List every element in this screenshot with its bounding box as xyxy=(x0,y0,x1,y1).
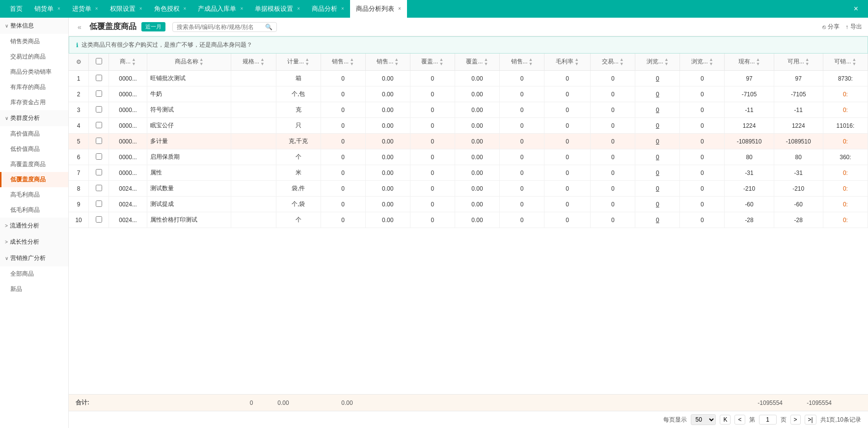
nav-item-商品分析[interactable]: 商品分析× xyxy=(306,0,350,18)
per-page-select[interactable]: 102050100 xyxy=(691,414,716,425)
sidebar-section-流通性分析[interactable]: >流通性分析 xyxy=(0,218,68,234)
nav-close-icon[interactable]: × xyxy=(184,0,187,18)
cell-checkbox[interactable] xyxy=(89,102,109,118)
search-input[interactable] xyxy=(177,24,265,30)
nav-close-icon[interactable]: × xyxy=(95,0,98,18)
cell-checkbox[interactable] xyxy=(89,197,109,212)
col-header-checkbox[interactable] xyxy=(89,54,109,71)
cell-browse1_link[interactable]: 0 xyxy=(635,118,680,134)
browse-link[interactable]: 0 xyxy=(656,154,659,161)
nav-close-icon[interactable]: × xyxy=(341,0,344,18)
row-checkbox[interactable] xyxy=(96,138,102,144)
cell-browse1_link[interactable]: 0 xyxy=(635,197,680,212)
nav-item-角色授权[interactable]: 角色授权× xyxy=(148,0,192,18)
row-checkbox[interactable] xyxy=(96,122,102,128)
nav-item-产成品入库单[interactable]: 产成品入库单× xyxy=(192,0,249,18)
browse-link[interactable]: 0 xyxy=(656,185,659,192)
nav-close-icon[interactable]: × xyxy=(398,0,401,18)
nav-close-icon[interactable]: × xyxy=(57,0,60,18)
chevron-icon: ∨ xyxy=(5,256,8,261)
row-checkbox[interactable] xyxy=(96,153,102,160)
cell-saleable: 11016: xyxy=(823,118,868,134)
period-tag[interactable]: 近一月 xyxy=(141,22,165,31)
nav-item-进货单[interactable]: 进货单× xyxy=(66,0,104,18)
select-all-checkbox[interactable] xyxy=(96,58,102,64)
cell-checkbox[interactable] xyxy=(89,71,109,86)
browse-link[interactable]: 0 xyxy=(656,217,659,224)
search-icon[interactable]: 🔍 xyxy=(265,24,272,30)
sidebar-section-类群度分析[interactable]: ∨类群度分析 xyxy=(0,110,68,126)
sidebar-item-商品分类动销率[interactable]: 商品分类动销率 xyxy=(0,64,68,80)
cell-browse1_link[interactable]: 0 xyxy=(635,102,680,118)
export-button[interactable]: ↑ 导出 xyxy=(845,23,862,31)
row-checkbox[interactable] xyxy=(96,185,102,191)
cell-checkbox[interactable] xyxy=(89,149,109,165)
row-checkbox[interactable] xyxy=(96,106,102,113)
sidebar-section-整体信息[interactable]: ∨整体信息 xyxy=(0,18,68,34)
col-header-settings[interactable]: ⚙ xyxy=(69,54,89,71)
browse-link[interactable]: 0 xyxy=(656,91,659,98)
nav-item-商品分析列表[interactable]: 商品分析列表× xyxy=(350,0,407,18)
sidebar-item-高毛利商品[interactable]: 高毛利商品 xyxy=(0,187,68,202)
cell-browse1_link[interactable]: 0 xyxy=(635,134,680,149)
cell-browse1_link[interactable]: 0 xyxy=(635,86,680,102)
nav-close-icon[interactable]: × xyxy=(240,0,243,18)
cell-sales_amount: 0.00 xyxy=(365,212,410,228)
sidebar-item-高覆盖度商品[interactable]: 高覆盖度商品 xyxy=(0,157,68,172)
cell-checkbox[interactable] xyxy=(89,86,109,102)
cell-browse1_link[interactable]: 0 xyxy=(635,165,680,181)
cell-checkbox[interactable] xyxy=(89,181,109,197)
sidebar-item-全部商品[interactable]: 全部商品 xyxy=(0,266,68,282)
cell-browse1_link[interactable]: 0 xyxy=(635,71,680,86)
sidebar-section-成长性分析[interactable]: >成长性分析 xyxy=(0,234,68,250)
share-button[interactable]: ⎋ 分享 xyxy=(822,23,840,31)
row-checkbox[interactable] xyxy=(96,169,102,175)
cell-browse1_link[interactable]: 0 xyxy=(635,149,680,165)
nav-item-销货单[interactable]: 销货单× xyxy=(28,0,66,18)
nav-close-icon[interactable]: × xyxy=(139,0,142,18)
nav-close-icon[interactable]: × xyxy=(297,0,300,18)
prev-page-button[interactable]: < xyxy=(734,415,745,425)
browse-link[interactable]: 0 xyxy=(656,170,659,176)
last-page-button[interactable]: >| xyxy=(805,415,816,425)
first-page-button[interactable]: K xyxy=(720,415,731,425)
browse-link[interactable]: 0 xyxy=(656,75,659,82)
sidebar-item-有库存的商品[interactable]: 有库存的商品 xyxy=(0,80,68,95)
cell-checkbox[interactable] xyxy=(89,165,109,181)
cell-name: 测试提成 xyxy=(147,197,231,212)
cell-transaction: 0 xyxy=(591,118,635,134)
row-checkbox[interactable] xyxy=(96,200,102,207)
cell-browse1_link[interactable]: 0 xyxy=(635,181,680,197)
settings-icon[interactable]: ⚙ xyxy=(76,58,81,65)
window-close-button[interactable]: × xyxy=(848,4,864,13)
sidebar-item-新品[interactable]: 新品 xyxy=(0,282,68,297)
nav-item-权限设置[interactable]: 权限设置× xyxy=(104,0,148,18)
table-row: 50000...多计量克,千克00.0000.0000000-1089510-1… xyxy=(69,134,868,149)
next-page-button[interactable]: > xyxy=(790,415,801,425)
browse-link[interactable]: 0 xyxy=(656,201,659,208)
cell-transaction: 0 xyxy=(591,102,635,118)
sidebar-item-销售类商品[interactable]: 销售类商品 xyxy=(0,34,68,49)
row-checkbox[interactable] xyxy=(96,75,102,81)
sidebar-item-低毛利商品[interactable]: 低毛利商品 xyxy=(0,202,68,218)
sidebar-section-营销推广分析[interactable]: ∨营销推广分析 xyxy=(0,250,68,266)
cell-checkbox[interactable] xyxy=(89,118,109,134)
sidebar-item-高价值商品[interactable]: 高价值商品 xyxy=(0,126,68,142)
browse-link[interactable]: 0 xyxy=(656,107,659,114)
browse-link[interactable]: 0 xyxy=(656,138,659,145)
collapse-button[interactable]: « xyxy=(75,22,84,32)
page-input[interactable] xyxy=(759,415,777,425)
nav-item-首页[interactable]: 首页 xyxy=(4,0,28,18)
sidebar-item-交易过的商品[interactable]: 交易过的商品 xyxy=(0,49,68,64)
row-checkbox[interactable] xyxy=(96,90,102,97)
sidebar-item-低价值商品[interactable]: 低价值商品 xyxy=(0,142,68,157)
cell-checkbox[interactable] xyxy=(89,212,109,228)
cell-checkbox[interactable] xyxy=(89,134,109,149)
sidebar-item-低覆盖度商品[interactable]: 低覆盖度商品 xyxy=(0,172,68,187)
browse-link[interactable]: 0 xyxy=(656,122,659,129)
cell-browse1_link[interactable]: 0 xyxy=(635,212,680,228)
cell-spec xyxy=(231,212,276,228)
sidebar-item-库存资金占用[interactable]: 库存资金占用 xyxy=(0,95,68,110)
nav-item-单据模板设置[interactable]: 单据模板设置× xyxy=(249,0,306,18)
row-checkbox[interactable] xyxy=(96,216,102,223)
